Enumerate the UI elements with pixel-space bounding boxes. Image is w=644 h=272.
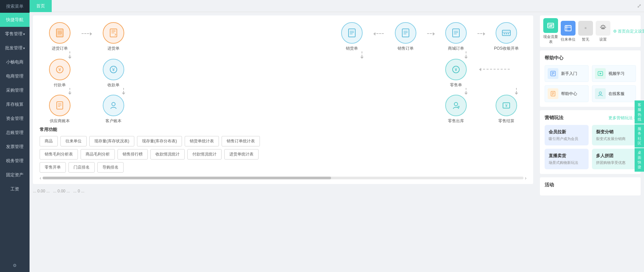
mkt-item-live[interactable]: 直播卖货 场景式购物新玩法 — [545, 149, 589, 169]
sidebar-item-retail[interactable]: 零售管理▾ — [0, 27, 30, 41]
node-purchase[interactable]: 进货单 — [93, 22, 134, 51]
sidebar-item-fund[interactable]: 资金管理 — [0, 111, 30, 126]
service-label: 在线客服 — [608, 91, 625, 97]
func-btn-payment-stat[interactable]: 付款情况统计 — [187, 149, 222, 160]
video-label: 视频学习 — [608, 71, 625, 77]
expand-button[interactable]: ⤢ — [637, 3, 641, 9]
float-btn-service[interactable]: 客服 热线 — [635, 100, 644, 124]
arrow-down-purchase — [40, 51, 80, 59]
func-btn-product[interactable]: 商品 — [40, 136, 58, 146]
video-icon — [595, 68, 606, 79]
node-purchase-order[interactable]: 进货订单 — [40, 22, 80, 51]
help-center-card: 帮助中心 新手入门 视频学习 — [540, 50, 641, 107]
func-btn-sale-rank[interactable]: 销售排行榜 — [118, 149, 148, 160]
svg-rect-44 — [551, 25, 552, 27]
common-title: 常用功能 — [40, 127, 526, 133]
marketing-title: 营销玩法 — [545, 115, 563, 121]
shortcut-cashflow[interactable]: 现金流量表 — [543, 18, 558, 44]
marketing-card: 营销玩法 更多营销玩法 > 会员拉新 吸引用户成为会员 裂变分销 裂变式发展分销… — [540, 110, 641, 174]
docs-icon — [548, 88, 558, 99]
sidebar-item-invoice[interactable]: 发票管理 — [0, 140, 30, 154]
help-item-docs[interactable]: 帮助中心 — [545, 85, 589, 102]
svg-rect-29 — [57, 102, 63, 109]
right-panel: 现金流量表 往来单位 ▪ 暂无 — [537, 12, 644, 272]
help-center-title: 帮助中心 — [545, 55, 636, 61]
node-payment[interactable]: ¥ 付款单 — [40, 59, 80, 88]
scrollbar: ‹ › — [40, 175, 526, 181]
top-tabs: 首页 ⤢ — [30, 0, 644, 12]
svg-point-59 — [599, 92, 602, 94]
activity-card: 活动 — [540, 177, 641, 195]
help-item-service[interactable]: 在线客服 — [592, 85, 636, 102]
svg-rect-6 — [349, 29, 355, 37]
float-btn-desktop[interactable]: 桌面 快捷 — [635, 148, 644, 172]
mkt-live-desc: 场景式购物新玩法 — [549, 160, 585, 165]
func-btn-purchase-stat[interactable]: 进货单统计表 — [224, 149, 259, 160]
sidebar-item-tax[interactable]: 税务管理 — [0, 154, 30, 168]
func-btn-product-profit[interactable]: 商品毛利分析 — [81, 149, 115, 160]
node-retail[interactable]: ¥ 零售单 — [436, 59, 476, 88]
help-item-video[interactable]: 视频学习 — [592, 65, 636, 82]
node-mall-order[interactable]: 商城订单 — [436, 22, 476, 51]
sidebar-settings[interactable]: ⚙ — [0, 259, 30, 272]
func-btn-sale-profit[interactable]: 销售毛利分析表 — [40, 149, 78, 160]
svg-rect-20 — [504, 33, 505, 34]
sidebar-item-inventory[interactable]: 库存核算 — [0, 97, 30, 111]
tab-home[interactable]: 首页 — [30, 0, 52, 12]
mkt-item-member[interactable]: 会员拉新 吸引用户成为会员 — [545, 125, 589, 145]
svg-point-33 — [112, 102, 115, 106]
func-row-2: 销售毛利分析表 商品毛利分析 销售排行榜 收款情况统计 付款情况统计 进货单统计… — [40, 149, 526, 160]
common-functions: 常用功能 商品 往来单位 现存量(库存状况表) 现存量(库存分布表) 销货单统计… — [40, 127, 526, 173]
more-marketing-link[interactable]: 更多营销玩法 > — [608, 115, 636, 121]
marketing-header: 营销玩法 更多营销玩法 > — [545, 115, 636, 121]
shortcut-unit[interactable]: 往来单位 — [561, 21, 576, 42]
customize-link[interactable]: ⚙ 首页自定义设置 — [613, 29, 644, 34]
float-btn-community[interactable]: 服务 社区 — [635, 124, 644, 147]
node-sale-order[interactable]: 销售订单 — [385, 22, 426, 51]
node-receipt[interactable]: ¥ 收款单 — [93, 59, 134, 88]
sidebar-item-wage[interactable]: 工资 — [0, 182, 30, 196]
sidebar-item-ecommerce[interactable]: 电商管理 — [0, 69, 30, 83]
sidebar-search[interactable]: 搜索菜单 — [0, 0, 30, 13]
shortcut-none: ▪ 暂无 — [578, 21, 593, 42]
docs-label: 帮助中心 — [561, 91, 577, 97]
svg-rect-45 — [565, 26, 571, 31]
mkt-item-group[interactable]: 多人拼团 拼团购物享受优惠 — [592, 149, 636, 169]
sidebar-item-purchase[interactable]: 采购管理 — [0, 83, 30, 97]
help-item-beginner[interactable]: 新手入门 — [545, 65, 589, 82]
func-btn-unit[interactable]: 往来单位 — [60, 136, 87, 146]
func-btn-retail-order[interactable]: 零售开单 — [40, 162, 66, 173]
sidebar-item-assets[interactable]: 固定资产 — [0, 168, 30, 182]
mkt-group-desc: 拼团购物享受优惠 — [596, 160, 632, 165]
sidebar-item-ledger[interactable]: 总账管理 — [0, 126, 30, 140]
func-btn-guide-rank[interactable]: 导购排名 — [97, 162, 124, 173]
node-retail-out[interactable]: 零售出库 — [436, 95, 476, 124]
activity-title: 活动 — [545, 182, 636, 191]
func-btn-sale-stat[interactable]: 销货单统计表 — [185, 136, 219, 146]
node-pos[interactable]: POS收银开单 — [486, 22, 526, 51]
node-retail-settle[interactable]: ¥ 零售结算 — [486, 95, 526, 124]
func-btn-stock1[interactable]: 现存量(库存状况表) — [89, 136, 134, 146]
func-btn-sale-order-stat[interactable]: 销售订单统计表 — [222, 136, 260, 146]
mkt-item-fission[interactable]: 裂变分销 裂变式发展分销商 — [592, 125, 636, 145]
main-area: 首页 ⤢ 进货订单 — [30, 0, 644, 272]
node-supplier-ledger[interactable]: 供应商账本 — [40, 95, 80, 124]
func-btn-stock2[interactable]: 现存量(库存分布表) — [137, 136, 182, 146]
func-btn-store-rank[interactable]: 门店排名 — [68, 162, 95, 173]
func-btn-receipt-stat[interactable]: 收款情况统计 — [150, 149, 185, 160]
content-area: 进货订单 进货单 — [30, 12, 644, 272]
svg-rect-10 — [402, 29, 409, 37]
scroll-track[interactable] — [43, 177, 524, 179]
sidebar-item-wholesale[interactable]: 批发管理▾ — [0, 41, 30, 55]
node-sale[interactable]: 销货单 — [332, 22, 372, 51]
sidebar-item-quicknav[interactable]: 快捷导航 — [0, 13, 30, 27]
sidebar-item-xiaochang[interactable]: 小畅电商 — [0, 55, 30, 69]
scroll-right[interactable]: › — [525, 175, 526, 181]
svg-rect-42 — [549, 26, 550, 27]
mkt-member-title: 会员拉新 — [549, 129, 585, 135]
flow-card: 进货订单 进货单 — [33, 15, 533, 184]
scroll-left[interactable]: ‹ — [40, 175, 41, 181]
settings-shortcut-icon — [596, 21, 610, 36]
node-customer-ledger[interactable]: 客户账本 — [93, 95, 134, 124]
shortcut-settings[interactable]: 设置 — [596, 21, 610, 42]
